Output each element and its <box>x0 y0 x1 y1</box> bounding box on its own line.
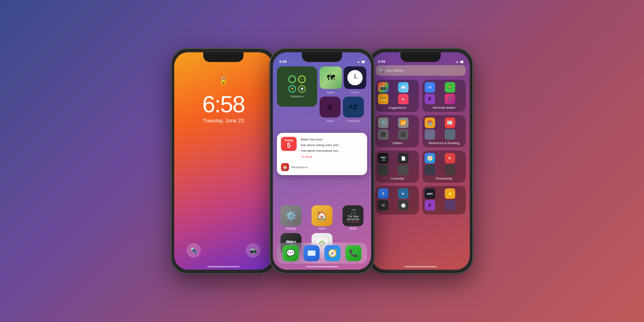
phone-dock-app[interactable]: 📞 <box>345 245 361 261</box>
wifi-icon-2: ▲ <box>357 60 360 64</box>
home-indicator-2 <box>306 266 338 267</box>
slack-translate-row: # Slack A文 Translate <box>320 97 366 123</box>
widget-row-1: 📱 ✏ ⚡ ⌚ Batteries 🗺 Maps <box>277 66 367 123</box>
ref-icon-4 <box>445 129 455 140</box>
wifi-icon-3: ▲ <box>456 60 459 64</box>
slack-icon[interactable]: # <box>320 97 341 118</box>
photos-folder-icon: 📸 <box>378 82 388 93</box>
notch-1 <box>203 52 244 62</box>
productivity-label: Productivity <box>425 177 463 180</box>
podcasts-folder-icon: 🎙 <box>425 94 435 104</box>
search-icon-al: 🔍 <box>379 68 384 73</box>
translate-icon[interactable]: A文 <box>343 97 364 118</box>
star-icon: ⭐ <box>445 188 455 199</box>
home-app[interactable]: 🏠 Home <box>308 205 336 230</box>
airtable-folder-icon: a <box>398 94 409 104</box>
app-folder-7[interactable]: A ▶ M 🕐 <box>376 186 419 215</box>
batteries-widget[interactable]: 📱 ✏ ⚡ ⌚ Batteries <box>277 66 317 107</box>
phone-homescreen: 6:59 ▲ ▮▮ 📱 ✏ ⚡ ⌚ <box>270 48 374 274</box>
app-library-search-label: App Library <box>385 68 404 72</box>
app-library-header: 🔍 App Library <box>376 65 466 76</box>
lockscreen-screen: 🔓 6:58 Tuesday, June 23 🔦 📷 <box>174 52 272 270</box>
music-note-icon: 🎵 <box>350 208 357 215</box>
music-artist-text: The Strokes <box>347 221 359 223</box>
settings-app[interactable]: ⚙️ Settings <box>277 205 305 230</box>
notch-3 <box>400 52 441 62</box>
maps-widget-wrap: 🗺 Maps <box>320 66 342 94</box>
dot-3 <box>325 239 327 242</box>
page-dots <box>273 239 371 242</box>
settings-util-icon: ⚙️ <box>378 118 388 128</box>
reminders-app-icon: 🏠 <box>281 163 289 171</box>
app-folder-8[interactable]: AMC ⭐ 🎙 <box>422 186 466 215</box>
util-icon-4: ⬛ <box>398 129 409 140</box>
flashlight-button[interactable]: 🔦 <box>186 243 201 258</box>
recently-added-label: Recently Added <box>425 106 463 109</box>
clock-widget[interactable] <box>344 66 366 89</box>
battery-watch: ⌚ <box>298 85 306 93</box>
batteries-label: Batteries <box>291 95 303 98</box>
lock-icon: 🔓 <box>219 76 228 85</box>
safari-dock-app[interactable]: 🧭 <box>324 245 341 261</box>
productivity-icons: 🧭 K <box>425 153 463 175</box>
svg-point-3 <box>355 77 356 78</box>
music-app[interactable]: 🎵 The New Abnormal The Strokes Music <box>339 205 367 230</box>
maps-widget[interactable]: 🗺 <box>320 66 342 89</box>
wifi-util-icon: 📶 <box>398 118 409 128</box>
utilities-label: Utilities <box>378 141 417 145</box>
suggestions-folder[interactable]: 📸 ☁️ 💳 a Suggestions <box>376 80 419 112</box>
battery-icon-2: ▮▮ <box>361 60 365 64</box>
folder-7-icons: A ▶ M 🕐 <box>378 188 417 211</box>
cam-icon-3 <box>378 165 388 175</box>
folder-8-icons: AMC ⭐ 🎙 <box>425 188 463 211</box>
prime-icon: ▶ <box>398 188 409 199</box>
camera-doc-label: Creativity <box>378 177 417 180</box>
util-icon-3: ⬛ <box>378 129 388 140</box>
appstore-icon: A <box>378 188 388 199</box>
reminders-today-label: Today <box>284 138 293 142</box>
flashlight-icon: 🔦 <box>190 247 197 254</box>
prod-icon-4 <box>445 165 455 175</box>
status-time-3: 6:59 <box>378 60 385 64</box>
reminders-footer: 🏠 Reminders <box>281 161 363 171</box>
applibrary-screen: 6:59 ▲ ▮▮ 🔍 App Library 📸 <box>372 52 470 270</box>
camera-doc-folder[interactable]: 📷 📄 Creativity <box>376 151 419 183</box>
camera-quick-button[interactable]: 📷 <box>246 243 260 258</box>
phone-lockscreen: 🔓 6:58 Tuesday, June 23 🔦 📷 <box>171 48 276 274</box>
slack-label: Slack <box>326 119 334 123</box>
status-time-2: 6:59 <box>279 60 287 64</box>
maps-label: Maps <box>327 91 335 94</box>
slack-symbol: # <box>328 103 332 112</box>
prod-icon-3 <box>425 165 435 175</box>
home-indicator-1 <box>207 266 239 267</box>
clock-widget-wrap: Clock <box>344 66 366 94</box>
reminders-header: Today 5 Water the trees Ask about siding… <box>281 137 363 159</box>
maps-clock-col: 🗺 Maps <box>320 66 366 123</box>
klack-icon: K <box>445 153 455 163</box>
mail-dock-app[interactable]: ✉️ <box>303 245 320 261</box>
app-library-search-bar[interactable]: 🔍 App Library <box>376 65 466 76</box>
maps-clock-row: 🗺 Maps <box>320 66 366 94</box>
home-icon: 🏠 <box>312 205 332 226</box>
reference-reading-label: Reference & Reading <box>425 141 463 145</box>
streaks-folder-icon: 🏃 <box>445 82 455 93</box>
messages-dock-app[interactable]: 💬 <box>283 245 299 261</box>
translate-symbol: A文 <box>349 103 358 111</box>
f8-icon-4 <box>445 200 455 211</box>
wallet-folder-icon: 💳 <box>378 94 388 104</box>
recently-added-folder[interactable]: W 🏃 🎙 🎵 Recently Added <box>422 80 466 112</box>
utilities-folder[interactable]: ⚙️ 📶 ⬛ ⬛ Utilities <box>376 115 419 147</box>
reminder-2: Ask about siding color and... <box>301 142 363 148</box>
reminders-widget[interactable]: Today 5 Water the trees Ask about siding… <box>277 133 367 175</box>
news-icon: 📰 <box>445 118 455 128</box>
settings-icon: ⚙️ <box>281 205 301 226</box>
suggestions-folder-icons: 📸 ☁️ 💳 a <box>378 82 417 104</box>
reference-reading-folder[interactable]: 📚 📰 Reference & Reading <box>422 115 466 147</box>
dot-2 <box>321 239 323 242</box>
weather-folder-icon: ☁️ <box>398 82 409 93</box>
cam-icon-4 <box>398 165 409 175</box>
reminders-app-name: Reminders <box>291 165 308 169</box>
productivity-folder[interactable]: 🧭 K Productivity <box>422 151 466 183</box>
lock-bottom-controls: 🔦 📷 <box>174 243 272 258</box>
phone-applibrary: 6:59 ▲ ▮▮ 🔍 App Library 📸 <box>368 48 473 274</box>
